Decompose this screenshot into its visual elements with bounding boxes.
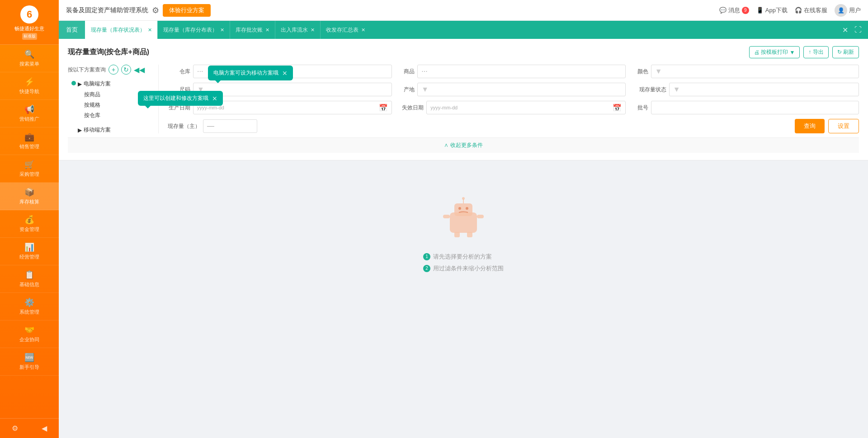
sidebar-item-label-quick-nav: 快捷导航 <box>19 88 39 95</box>
tab-receive-send[interactable]: 收发存汇总表 ✕ <box>320 21 371 39</box>
sidebar-item-label-search: 搜索菜单 <box>19 61 39 67</box>
app-download-item[interactable]: 📱 App下载 <box>756 6 788 14</box>
size-select[interactable]: ▼ <box>193 83 392 96</box>
goods-dots: ··· <box>421 67 427 75</box>
mobile-scheme-title[interactable]: ▶ 移动端方案 <box>78 124 158 136</box>
production-date-calendar-icon: 📅 <box>379 104 388 112</box>
filter-arrow-btn[interactable]: ◀◀ <box>134 66 145 74</box>
notification-item[interactable]: 💬 消息 9 <box>719 6 749 14</box>
export-btn[interactable]: ↑ 导出 <box>803 46 828 58</box>
tab-receive-send-close[interactable]: ✕ <box>361 27 365 33</box>
goods-select[interactable]: ··· <box>417 65 625 78</box>
expiry-date-placeholder: yyyy-mm-dd <box>430 105 458 110</box>
query-title-bar: 现存量查询(按仓库+商品) 🖨 按模板打印 ▼ ↑ 导出 ↻ 刷新 <box>68 46 859 58</box>
tab-in-out-flow-close[interactable]: ✕ <box>311 27 315 33</box>
sidebar-item-quick-nav[interactable]: ⚡ 快捷导航 <box>0 72 59 100</box>
filter-row-3: 生产日期 yyyy-mm-dd 📅 失效日期 yyyy-mm-dd <box>168 101 859 114</box>
tooltip-scheme-mobile: 电脑方案可设为移动方案哦 ✕ <box>208 66 293 80</box>
empty-tips: 1 请先选择要分析的方案 2 用过滤条件来缩小分析范围 <box>423 251 504 274</box>
user-label: 用户 <box>849 6 861 14</box>
sidebar-item-enterprise[interactable]: 🤝 企业协同 <box>0 320 59 348</box>
tab-home[interactable]: 首页 <box>59 21 85 39</box>
color-select[interactable]: ▼ <box>651 65 859 78</box>
tab-inventory-status[interactable]: 现存量（库存状况表） ✕ <box>85 21 157 39</box>
sidebar-item-label-inventory: 库存核算 <box>19 198 39 205</box>
tab-maximize-btn[interactable]: ⛶ <box>852 25 864 35</box>
refresh-icon: ↻ <box>837 49 842 55</box>
logo-badge: 标准版 <box>22 33 37 40</box>
mobile-scheme-arrow: ▶ <box>78 127 82 133</box>
expiry-date-input[interactable]: yyyy-mm-dd 📅 <box>426 101 625 114</box>
system-icon: ⚙️ <box>24 297 34 307</box>
expiry-date-field: 失效日期 yyyy-mm-dd 📅 <box>401 101 625 114</box>
tab-in-out-flow-label: 出入库流水 <box>281 26 308 34</box>
stock-qty-input[interactable]: — <box>203 119 257 133</box>
sidebar-settings-btn[interactable]: ⚙ <box>8 422 22 434</box>
logo-text: 畅捷通好生意 <box>14 25 44 32</box>
sidebar-collapse-btn[interactable]: ◀ <box>38 422 51 434</box>
scheme-item-warehouse[interactable]: 按仓库 <box>84 110 158 121</box>
tab-in-out-flow[interactable]: 出入库流水 ✕ <box>275 21 320 39</box>
online-support-item[interactable]: 🎧 在线客服 <box>795 6 827 14</box>
phone-icon: 📱 <box>756 7 764 14</box>
online-support-label: 在线客服 <box>804 6 827 14</box>
stock-status-select[interactable]: ▼ <box>669 83 859 96</box>
tooltip-create-scheme: 这里可以创建和修改方案哦 ✕ <box>138 91 223 106</box>
tooltip2-close-btn[interactable]: ✕ <box>212 95 217 102</box>
tooltip2-text: 这里可以创建和修改方案哦 <box>143 94 208 102</box>
tip-num-2: 2 <box>423 265 430 272</box>
sidebar-item-sales[interactable]: 💼 销售管理 <box>0 127 59 155</box>
search-btn[interactable]: 查询 <box>795 119 825 133</box>
tab-batch-approval-close[interactable]: ✕ <box>265 27 269 33</box>
tab-inventory-dist[interactable]: 现存量（库存分布表） ✕ <box>157 21 230 39</box>
empty-illustration <box>441 197 486 242</box>
filter-row-4: 现存量（主） — 查询 设置 <box>168 119 859 133</box>
tab-batch-approval[interactable]: 库存批次账 ✕ <box>230 21 275 39</box>
sidebar-item-search[interactable]: 🔍 搜索菜单 <box>0 45 59 72</box>
tooltip1-text: 电脑方案可设为移动方案哦 <box>213 69 278 77</box>
sidebar-item-finance[interactable]: 💰 资金管理 <box>0 210 59 238</box>
schemes-header: 按以下方案查询 + ↻ ◀◀ <box>68 65 158 75</box>
expiry-date-calendar-icon: 📅 <box>613 104 622 112</box>
stock-qty-placeholder: — <box>207 122 214 130</box>
purchase-icon: 🛒 <box>24 160 34 170</box>
header-left: 装备及固定资产辅助管理系统 ⚙ 体验行业方案 <box>66 4 211 17</box>
tab-inventory-status-close[interactable]: ✕ <box>148 27 152 33</box>
tab-close-all-btn[interactable]: ✕ <box>840 25 851 35</box>
notification-label: 消息 <box>728 6 740 14</box>
collapse-more-btn[interactable]: ∧ 收起更多条件 <box>68 137 859 153</box>
filter-add-btn[interactable]: + <box>108 65 118 75</box>
header-gear-icon[interactable]: ⚙ <box>152 5 159 15</box>
sidebar-item-marketing[interactable]: 📢 营销推广 <box>0 100 59 127</box>
sales-icon: 💼 <box>24 132 34 142</box>
batch-no-label: 批号 <box>635 104 648 112</box>
refresh-btn[interactable]: ↻ 刷新 <box>832 46 859 58</box>
sidebar-item-purchase[interactable]: 🛒 采购管理 <box>0 155 59 183</box>
empty-tip1-text: 请先选择要分析的方案 <box>433 251 492 263</box>
print-btn[interactable]: 🖨 按模板打印 ▼ <box>749 46 800 58</box>
quick-nav-icon: ⚡ <box>24 77 34 87</box>
tab-inventory-dist-close[interactable]: ✕ <box>220 27 224 33</box>
experience-btn[interactable]: 体验行业方案 <box>163 4 211 17</box>
stock-qty-field: 现存量（主） — <box>168 119 257 133</box>
sidebar-item-system[interactable]: ⚙️ 系统管理 <box>0 293 59 320</box>
sidebar-item-guide[interactable]: 🆕 新手引导 <box>0 348 59 376</box>
sidebar-item-operations[interactable]: 📊 经营管理 <box>0 238 59 265</box>
print-dropdown-icon: ▼ <box>789 49 795 56</box>
logo-icon: 6 <box>20 5 38 24</box>
sidebar-item-basic-info[interactable]: 📋 基础信息 <box>0 265 59 293</box>
svg-rect-7 <box>467 232 472 237</box>
user-item[interactable]: 👤 用户 <box>835 4 861 17</box>
origin-select[interactable]: ▼ <box>417 83 625 96</box>
production-date-input[interactable]: yyyy-mm-dd 📅 <box>193 101 392 114</box>
sidebar-item-inventory[interactable]: 📦 库存核算 <box>0 183 59 210</box>
top-header: 装备及固定资产辅助管理系统 ⚙ 体验行业方案 💬 消息 9 📱 App下载 🎧 … <box>59 0 868 21</box>
filter-refresh-btn[interactable]: ↻ <box>121 65 131 75</box>
batch-no-input[interactable] <box>651 101 859 114</box>
tip-num-1: 1 <box>423 253 430 260</box>
pc-scheme-title[interactable]: ▶ 电脑端方案 <box>78 78 158 89</box>
reset-btn[interactable]: 设置 <box>828 119 859 133</box>
tooltip1-close-btn[interactable]: ✕ <box>282 70 288 77</box>
sidebar-item-label-guide: 新手引导 <box>19 364 39 371</box>
marketing-icon: 📢 <box>24 104 34 114</box>
